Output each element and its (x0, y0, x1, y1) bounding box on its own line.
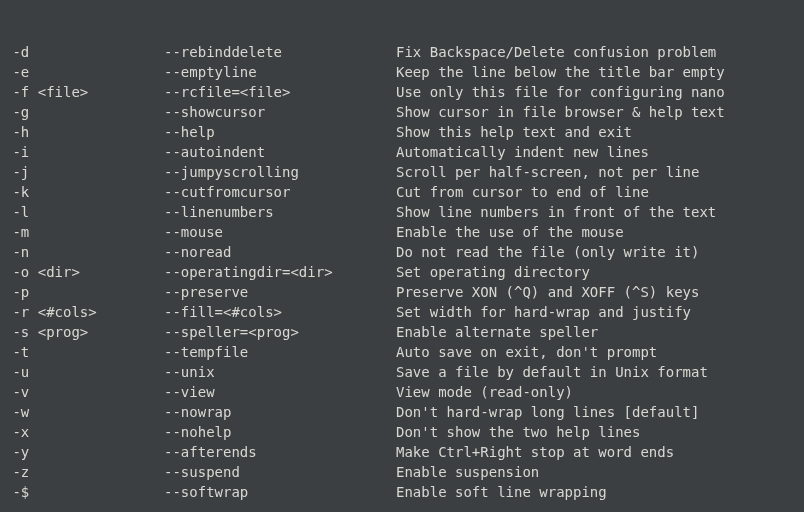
option-row: -j--jumpyscrollingScroll per half-screen… (4, 162, 800, 182)
option-description: Automatically indent new lines (396, 142, 800, 162)
terminal[interactable]: -d--rebinddeleteFix Backspace/Delete con… (0, 0, 804, 512)
option-row: -i--autoindentAutomatically indent new l… (4, 142, 800, 162)
option-short-flag: -l (4, 202, 164, 222)
help-options-list: -d--rebinddeleteFix Backspace/Delete con… (4, 42, 800, 502)
option-description: Enable alternate speller (396, 322, 800, 342)
option-short-flag: -p (4, 282, 164, 302)
option-row: -v--viewView mode (read-only) (4, 382, 800, 402)
option-description: Show line numbers in front of the text (396, 202, 800, 222)
option-long-flag: --jumpyscrolling (164, 162, 396, 182)
option-short-flag: -i (4, 142, 164, 162)
option-short-flag: -d (4, 42, 164, 62)
option-long-flag: --view (164, 382, 396, 402)
option-row: -p--preservePreserve XON (^Q) and XOFF (… (4, 282, 800, 302)
option-row: -n--noreadDo not read the file (only wri… (4, 242, 800, 262)
option-description: Don't show the two help lines (396, 422, 800, 442)
option-short-flag: -e (4, 62, 164, 82)
option-description: Use only this file for configuring nano (396, 82, 800, 102)
option-row: -m--mouseEnable the use of the mouse (4, 222, 800, 242)
option-long-flag: --nohelp (164, 422, 396, 442)
option-row: -h--helpShow this help text and exit (4, 122, 800, 142)
option-short-flag: -v (4, 382, 164, 402)
option-description: Show this help text and exit (396, 122, 800, 142)
option-short-flag: -j (4, 162, 164, 182)
option-short-flag: -g (4, 102, 164, 122)
option-short-flag: -f <file> (4, 82, 164, 102)
option-description: Fix Backspace/Delete confusion problem (396, 42, 800, 62)
option-long-flag: --linenumbers (164, 202, 396, 222)
option-long-flag: --rebinddelete (164, 42, 396, 62)
option-description: Save a file by default in Unix format (396, 362, 800, 382)
option-short-flag: -k (4, 182, 164, 202)
option-long-flag: --suspend (164, 462, 396, 482)
option-row: -d--rebinddeleteFix Backspace/Delete con… (4, 42, 800, 62)
option-short-flag: -m (4, 222, 164, 242)
option-description: Enable the use of the mouse (396, 222, 800, 242)
option-long-flag: --mouse (164, 222, 396, 242)
option-description: Cut from cursor to end of line (396, 182, 800, 202)
option-long-flag: --operatingdir=<dir> (164, 262, 396, 282)
option-row: -e--emptylineKeep the line below the tit… (4, 62, 800, 82)
option-long-flag: --tempfile (164, 342, 396, 362)
option-short-flag: -y (4, 442, 164, 462)
option-description: Auto save on exit, don't prompt (396, 342, 800, 362)
option-short-flag: -u (4, 362, 164, 382)
option-row: -o <dir>--operatingdir=<dir>Set operatin… (4, 262, 800, 282)
option-row: -s <prog>--speller=<prog>Enable alternat… (4, 322, 800, 342)
option-long-flag: --emptyline (164, 62, 396, 82)
option-long-flag: --rcfile=<file> (164, 82, 396, 102)
option-description: Set operating directory (396, 262, 800, 282)
option-description: Scroll per half-screen, not per line (396, 162, 800, 182)
option-long-flag: --cutfromcursor (164, 182, 396, 202)
option-row: -x--nohelpDon't show the two help lines (4, 422, 800, 442)
option-description: Enable suspension (396, 462, 800, 482)
option-long-flag: --nowrap (164, 402, 396, 422)
option-long-flag: --showcursor (164, 102, 396, 122)
option-row: -k--cutfromcursorCut from cursor to end … (4, 182, 800, 202)
option-short-flag: -t (4, 342, 164, 362)
option-long-flag: --noread (164, 242, 396, 262)
option-description: Preserve XON (^Q) and XOFF (^S) keys (396, 282, 800, 302)
option-short-flag: -z (4, 462, 164, 482)
option-row: -l--linenumbersShow line numbers in fron… (4, 202, 800, 222)
option-description: View mode (read-only) (396, 382, 800, 402)
option-short-flag: -x (4, 422, 164, 442)
option-short-flag: -w (4, 402, 164, 422)
option-description: Show cursor in file browser & help text (396, 102, 800, 122)
option-description: Do not read the file (only write it) (396, 242, 800, 262)
option-row: -f <file>--rcfile=<file>Use only this fi… (4, 82, 800, 102)
option-long-flag: --softwrap (164, 482, 396, 502)
option-short-flag: -n (4, 242, 164, 262)
option-long-flag: --autoindent (164, 142, 396, 162)
option-row: -$--softwrapEnable soft line wrapping (4, 482, 800, 502)
option-short-flag: -o <dir> (4, 262, 164, 282)
option-description: Make Ctrl+Right stop at word ends (396, 442, 800, 462)
option-description: Keep the line below the title bar empty (396, 62, 800, 82)
option-row: -g--showcursorShow cursor in file browse… (4, 102, 800, 122)
option-row: -z--suspendEnable suspension (4, 462, 800, 482)
option-long-flag: --help (164, 122, 396, 142)
option-description: Enable soft line wrapping (396, 482, 800, 502)
option-row: -t--tempfileAuto save on exit, don't pro… (4, 342, 800, 362)
option-long-flag: --preserve (164, 282, 396, 302)
option-row: -w--nowrapDon't hard-wrap long lines [de… (4, 402, 800, 422)
option-long-flag: --fill=<#cols> (164, 302, 396, 322)
option-row: -u--unixSave a file by default in Unix f… (4, 362, 800, 382)
option-description: Don't hard-wrap long lines [default] (396, 402, 800, 422)
option-description: Set width for hard-wrap and justify (396, 302, 800, 322)
option-long-flag: --speller=<prog> (164, 322, 396, 342)
option-long-flag: --unix (164, 362, 396, 382)
option-short-flag: -s <prog> (4, 322, 164, 342)
option-row: -r <#cols>--fill=<#cols>Set width for ha… (4, 302, 800, 322)
option-short-flag: -h (4, 122, 164, 142)
option-long-flag: --afterends (164, 442, 396, 462)
option-row: -y--afterendsMake Ctrl+Right stop at wor… (4, 442, 800, 462)
option-short-flag: -r <#cols> (4, 302, 164, 322)
option-short-flag: -$ (4, 482, 164, 502)
